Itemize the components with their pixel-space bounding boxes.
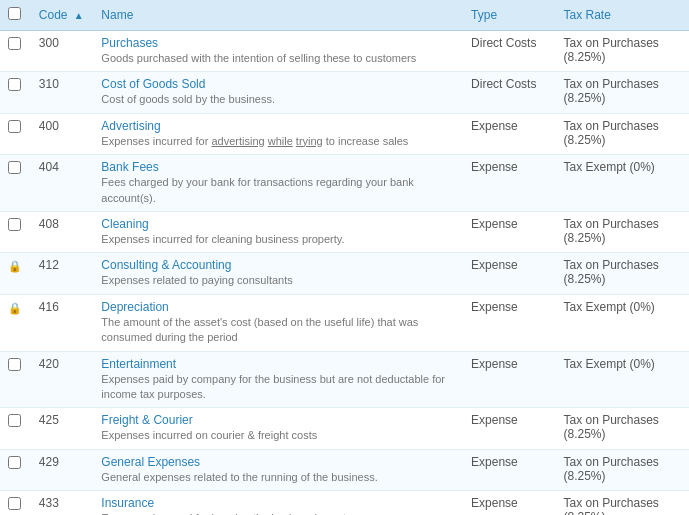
row-checkbox-cell <box>0 449 31 490</box>
account-name-link[interactable]: General Expenses <box>101 455 200 469</box>
header-name: Name <box>93 0 463 31</box>
row-type: Expense <box>463 351 555 408</box>
account-description: Expenses incurred for cleaning business … <box>101 232 455 247</box>
row-type: Direct Costs <box>463 31 555 72</box>
account-name-link[interactable]: Entertainment <box>101 357 176 371</box>
row-checkbox-cell <box>0 491 31 515</box>
row-checkbox[interactable] <box>8 414 21 427</box>
row-checkbox[interactable] <box>8 218 21 231</box>
row-type: Expense <box>463 408 555 449</box>
account-description: Expenses related to paying consultants <box>101 273 455 288</box>
row-name-cell: CleaningExpenses incurred for cleaning b… <box>93 211 463 252</box>
highlighted-word: while <box>268 135 293 147</box>
row-name-cell: InsuranceExpenses incurred for insuring … <box>93 491 463 515</box>
account-description: Expenses incurred for advertising while … <box>101 134 455 149</box>
name-label: Name <box>101 8 133 22</box>
row-checkbox-cell <box>0 155 31 212</box>
table-row: 433InsuranceExpenses incurred for insuri… <box>0 491 689 515</box>
type-label: Type <box>471 8 497 22</box>
row-code: 429 <box>31 449 94 490</box>
account-description: Expenses paid by company for the busines… <box>101 372 455 403</box>
row-name-cell: EntertainmentExpenses paid by company fo… <box>93 351 463 408</box>
row-taxrate: Tax Exempt (0%) <box>555 155 689 212</box>
row-type: Expense <box>463 113 555 154</box>
row-checkbox[interactable] <box>8 120 21 133</box>
account-description: Expenses incurred on courier & freight c… <box>101 428 455 443</box>
row-name-cell: General ExpensesGeneral expenses related… <box>93 449 463 490</box>
row-taxrate: Tax on Purchases (8.25%) <box>555 491 689 515</box>
row-checkbox[interactable] <box>8 358 21 371</box>
row-type: Expense <box>463 449 555 490</box>
table-row: 400AdvertisingExpenses incurred for adve… <box>0 113 689 154</box>
table-row: 🔒412Consulting & AccountingExpenses rela… <box>0 253 689 294</box>
account-name-link[interactable]: Advertising <box>101 119 160 133</box>
highlighted-word: advertising <box>211 135 264 147</box>
row-checkbox-cell: 🔒 <box>0 253 31 294</box>
row-code: 433 <box>31 491 94 515</box>
account-name-link[interactable]: Bank Fees <box>101 160 158 174</box>
highlighted-word: trying <box>296 135 323 147</box>
row-checkbox-cell <box>0 211 31 252</box>
row-taxrate: Tax Exempt (0%) <box>555 294 689 351</box>
account-description: Cost of goods sold by the business. <box>101 92 455 107</box>
account-name-link[interactable]: Consulting & Accounting <box>101 258 231 272</box>
row-type: Expense <box>463 491 555 515</box>
account-description: General expenses related to the running … <box>101 470 455 485</box>
row-name-cell: Bank FeesFees charged by your bank for t… <box>93 155 463 212</box>
account-name-link[interactable]: Cost of Goods Sold <box>101 77 205 91</box>
row-name-cell: AdvertisingExpenses incurred for adverti… <box>93 113 463 154</box>
table-row: 300PurchasesGoods purchased with the int… <box>0 31 689 72</box>
accounts-table-container: Code ▲ Name Type Tax Rate 300PurchasesGo… <box>0 0 689 515</box>
row-checkbox[interactable] <box>8 456 21 469</box>
row-checkbox[interactable] <box>8 37 21 50</box>
table-row: 429General ExpensesGeneral expenses rela… <box>0 449 689 490</box>
row-name-cell: Freight & CourierExpenses incurred on co… <box>93 408 463 449</box>
row-code: 300 <box>31 31 94 72</box>
row-name-cell: Consulting & AccountingExpenses related … <box>93 253 463 294</box>
account-name-link[interactable]: Purchases <box>101 36 158 50</box>
row-checkbox[interactable] <box>8 497 21 510</box>
table-row: 408CleaningExpenses incurred for cleanin… <box>0 211 689 252</box>
header-type: Type <box>463 0 555 31</box>
row-taxrate: Tax on Purchases (8.25%) <box>555 211 689 252</box>
account-name-link[interactable]: Cleaning <box>101 217 148 231</box>
sort-arrow-icon: ▲ <box>74 10 84 21</box>
table-row: 310Cost of Goods SoldCost of goods sold … <box>0 72 689 113</box>
row-checkbox-cell <box>0 408 31 449</box>
account-description: Goods purchased with the intention of se… <box>101 51 455 66</box>
select-all-checkbox[interactable] <box>8 7 21 20</box>
row-name-cell: Cost of Goods SoldCost of goods sold by … <box>93 72 463 113</box>
row-checkbox-cell <box>0 72 31 113</box>
taxrate-label: Tax Rate <box>563 8 610 22</box>
row-code: 416 <box>31 294 94 351</box>
row-type: Expense <box>463 211 555 252</box>
row-type: Expense <box>463 155 555 212</box>
row-type: Expense <box>463 253 555 294</box>
row-taxrate: Tax on Purchases (8.25%) <box>555 72 689 113</box>
account-description: The amount of the asset's cost (based on… <box>101 315 455 346</box>
row-taxrate: Tax on Purchases (8.25%) <box>555 113 689 154</box>
lock-icon: 🔒 <box>8 301 22 315</box>
row-code: 404 <box>31 155 94 212</box>
account-name-link[interactable]: Insurance <box>101 496 154 510</box>
row-checkbox-cell <box>0 351 31 408</box>
row-checkbox-cell <box>0 31 31 72</box>
table-row: 420EntertainmentExpenses paid by company… <box>0 351 689 408</box>
table-row: 404Bank FeesFees charged by your bank fo… <box>0 155 689 212</box>
account-description: Fees charged by your bank for transactio… <box>101 175 455 206</box>
account-name-link[interactable]: Depreciation <box>101 300 168 314</box>
row-code: 400 <box>31 113 94 154</box>
account-description: Expenses incurred for insuring the busin… <box>101 511 455 515</box>
row-name-cell: PurchasesGoods purchased with the intent… <box>93 31 463 72</box>
row-checkbox[interactable] <box>8 78 21 91</box>
row-code: 420 <box>31 351 94 408</box>
account-name-link[interactable]: Freight & Courier <box>101 413 192 427</box>
row-checkbox[interactable] <box>8 161 21 174</box>
row-code: 408 <box>31 211 94 252</box>
code-label: Code <box>39 8 68 22</box>
row-code: 425 <box>31 408 94 449</box>
header-code[interactable]: Code ▲ <box>31 0 94 31</box>
row-checkbox-cell <box>0 113 31 154</box>
row-taxrate: Tax on Purchases (8.25%) <box>555 31 689 72</box>
table-row: 🔒416DepreciationThe amount of the asset'… <box>0 294 689 351</box>
